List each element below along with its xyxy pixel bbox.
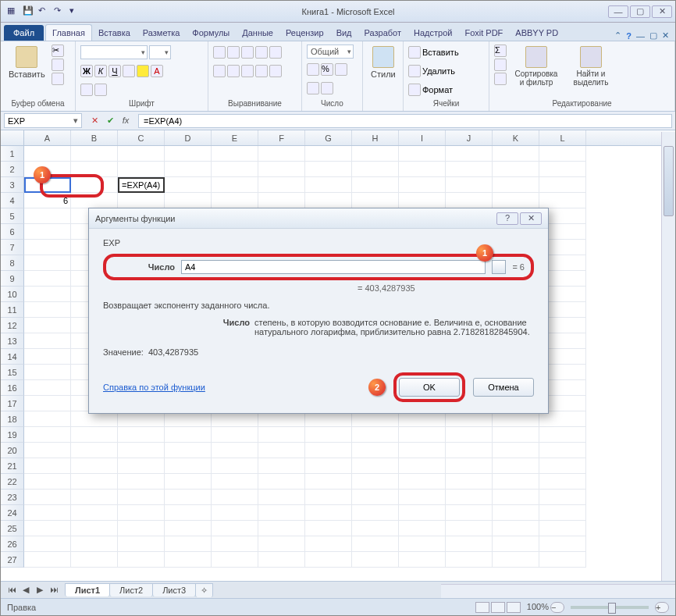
delete-cells-label[interactable]: Удалить <box>422 66 455 76</box>
cell[interactable] <box>539 505 586 521</box>
cell[interactable] <box>71 474 118 490</box>
cell[interactable] <box>71 162 118 177</box>
select-all-corner[interactable] <box>1 130 24 145</box>
cell[interactable] <box>212 521 258 536</box>
indent-dec-icon[interactable] <box>255 65 268 77</box>
cell[interactable] <box>399 474 446 490</box>
cell[interactable] <box>446 443 493 458</box>
cell[interactable] <box>446 193 493 208</box>
cell[interactable] <box>493 193 539 208</box>
cut-icon[interactable]: ✂ <box>52 45 64 57</box>
row-header[interactable]: 5 <box>1 208 24 224</box>
cell[interactable] <box>71 177 118 193</box>
cell[interactable] <box>493 411 539 427</box>
col-header[interactable]: H <box>352 130 399 145</box>
tab-layout[interactable]: Разметка <box>137 25 187 41</box>
cell[interactable] <box>212 193 258 208</box>
col-header[interactable]: G <box>305 130 352 145</box>
percent-icon[interactable]: % <box>321 63 333 76</box>
row-header[interactable]: 2 <box>1 162 24 177</box>
cell[interactable] <box>305 552 352 568</box>
sheet-nav-next-icon[interactable]: ▶ <box>34 585 46 595</box>
cell[interactable] <box>399 427 446 443</box>
copy-icon[interactable] <box>52 59 64 71</box>
cell[interactable] <box>446 427 493 443</box>
cell[interactable] <box>258 552 305 568</box>
align-bottom-icon[interactable] <box>241 46 254 59</box>
cell[interactable] <box>165 193 212 208</box>
cell[interactable] <box>446 458 493 474</box>
paste-button[interactable]: Вставить <box>5 45 48 80</box>
doc-min-icon[interactable]: — <box>636 31 645 41</box>
cell[interactable] <box>446 521 493 536</box>
cell[interactable] <box>24 349 71 365</box>
insert-cells-label[interactable]: Вставить <box>422 48 459 57</box>
row-header[interactable]: 20 <box>1 443 24 458</box>
cell[interactable] <box>352 458 399 474</box>
tab-addins[interactable]: Надстрой <box>407 25 458 41</box>
row-header[interactable]: 3 <box>1 177 24 193</box>
cancel-formula-icon[interactable]: ✕ <box>88 116 101 126</box>
cell[interactable] <box>165 177 212 193</box>
cell[interactable] <box>258 474 305 490</box>
cell[interactable] <box>539 177 586 193</box>
delete-cells-icon[interactable] <box>408 65 421 77</box>
dec-decimal-icon[interactable] <box>321 82 333 94</box>
redo-icon[interactable]: ↷ <box>54 5 66 18</box>
cell[interactable] <box>118 162 165 177</box>
row-header[interactable]: 19 <box>1 427 24 443</box>
font-size-combo[interactable] <box>149 45 171 59</box>
tab-data[interactable]: Данные <box>236 25 279 41</box>
comma-icon[interactable] <box>335 63 347 76</box>
cell[interactable] <box>399 177 446 193</box>
cell[interactable] <box>24 458 71 474</box>
cell[interactable] <box>493 146 539 162</box>
zoom-in-button[interactable]: + <box>655 602 669 613</box>
cell[interactable] <box>258 505 305 521</box>
col-header[interactable]: K <box>493 130 539 145</box>
tab-review[interactable]: Рецензир <box>279 25 330 41</box>
qat-more-icon[interactable]: ▾ <box>69 5 82 18</box>
cell[interactable] <box>399 490 446 505</box>
cell[interactable] <box>212 411 258 427</box>
zoom-level[interactable]: 100% <box>527 602 549 613</box>
cell[interactable] <box>352 411 399 427</box>
cell[interactable] <box>165 162 212 177</box>
cell[interactable] <box>118 146 165 162</box>
sheet-tab-1[interactable]: Лист1 <box>65 583 110 596</box>
align-center-icon[interactable] <box>227 65 240 77</box>
minimize-ribbon-icon[interactable]: ⌃ <box>614 30 621 41</box>
cell[interactable] <box>165 474 212 490</box>
col-header[interactable]: A <box>24 130 71 145</box>
cell[interactable] <box>352 443 399 458</box>
col-header[interactable]: B <box>71 130 118 145</box>
row-header[interactable]: 18 <box>1 411 24 427</box>
cell[interactable] <box>446 474 493 490</box>
zoom-slider[interactable] <box>571 606 649 609</box>
cell[interactable] <box>212 427 258 443</box>
cell[interactable] <box>118 490 165 505</box>
close-button[interactable]: ✕ <box>652 5 672 18</box>
cell[interactable] <box>24 333 71 349</box>
format-cells-label[interactable]: Формат <box>422 85 453 94</box>
sheet-nav-prev-icon[interactable]: ◀ <box>20 585 32 595</box>
enter-formula-icon[interactable]: ✔ <box>104 116 116 126</box>
cell[interactable] <box>305 411 352 427</box>
cell[interactable] <box>493 177 539 193</box>
tab-insert[interactable]: Вставка <box>92 25 137 41</box>
help-icon[interactable]: ? <box>626 31 632 41</box>
cell[interactable] <box>539 490 586 505</box>
tab-foxit[interactable]: Foxit PDF <box>458 25 509 41</box>
tab-abbyy[interactable]: ABBYY PD <box>509 25 564 41</box>
cell[interactable] <box>212 536 258 552</box>
cell[interactable] <box>24 427 71 443</box>
cell[interactable] <box>258 193 305 208</box>
cell[interactable] <box>258 411 305 427</box>
cell[interactable] <box>24 365 71 380</box>
cell[interactable] <box>165 521 212 536</box>
cell[interactable] <box>493 474 539 490</box>
cell[interactable] <box>118 536 165 552</box>
cell[interactable] <box>352 521 399 536</box>
cell[interactable] <box>212 505 258 521</box>
range-picker-icon[interactable] <box>492 260 506 274</box>
